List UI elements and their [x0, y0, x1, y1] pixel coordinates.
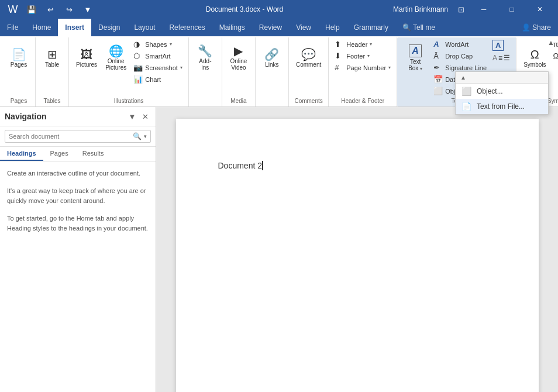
tab-references[interactable]: References: [162, 19, 212, 36]
dropdown-item-object[interactable]: ⬜ Object...: [456, 84, 548, 99]
search-input[interactable]: [9, 133, 130, 140]
links-icon: 🔗: [264, 49, 279, 60]
nav-body: Create an interactive outline of your do…: [0, 161, 156, 392]
links-button[interactable]: 🔗 Links: [259, 39, 285, 77]
shapes-icon: ◑: [133, 40, 143, 49]
online-pictures-icon: 🌐: [109, 45, 123, 57]
nav-title: Navigation: [5, 112, 47, 121]
tab-mailings[interactable]: Mailings: [212, 19, 252, 36]
ribbon-group-addins: 🔧 Add-ins: [189, 37, 222, 106]
nav-tab-pages[interactable]: Pages: [43, 147, 75, 161]
header-footer-col: ⬆ Header ▾ ⬇ Footer ▾ # Page Number ▾: [332, 39, 393, 73]
main-area: Navigation ▼ ✕ 🔍 ▾ Headings Pages Result…: [0, 107, 558, 392]
tab-file[interactable]: File: [0, 19, 25, 36]
addins-button[interactable]: 🔧 Add-ins: [192, 39, 218, 77]
footer-button[interactable]: ⬇ Footer ▾: [332, 50, 393, 61]
chart-icon: 📊: [133, 75, 143, 84]
tab-review[interactable]: Review: [252, 19, 289, 36]
smartart-icon: ⬡: [133, 51, 143, 60]
dropcap-button[interactable]: Ā Drop Cap: [431, 50, 489, 61]
dropdown-object-label: Object...: [477, 87, 503, 95]
chart-button[interactable]: 📊 Chart: [131, 74, 185, 85]
close-button[interactable]: ✕: [526, 0, 553, 19]
header-icon: ⬆: [335, 40, 344, 49]
tab-share[interactable]: 👤 Share: [515, 19, 558, 36]
pictures-icon: 🖼: [81, 49, 92, 60]
symbol-icon: Ω: [553, 51, 558, 60]
ribbon-group-links: 🔗 Links: [256, 37, 289, 106]
text-extra: A A ≡ ☰: [490, 39, 512, 63]
screenshot-button[interactable]: 📷 Screenshot ▾: [131, 62, 185, 73]
font-color-row: A ≡ ☰: [490, 53, 512, 63]
nav-tab-headings[interactable]: Headings: [0, 147, 43, 161]
search-box: 🔍 ▾: [5, 130, 151, 143]
text-box-button[interactable]: A TextBox ▾: [401, 39, 430, 77]
tab-grammarly[interactable]: Grammarly: [347, 19, 395, 36]
tab-help[interactable]: Help: [318, 19, 347, 36]
footer-icon: ⬇: [335, 51, 344, 60]
word-icon: W: [5, 1, 21, 18]
datetime-icon: 📅: [433, 75, 443, 84]
page-number-button[interactable]: # Page Number ▾: [332, 62, 393, 73]
nav-tabs: Headings Pages Results: [0, 147, 156, 161]
title-bar-right: Martin Brinkmann ⊡ ─ □ ✕: [393, 0, 553, 19]
omega-icon: Ω: [531, 49, 539, 60]
comment-icon: 💬: [301, 49, 316, 60]
nav-hint-1: Create an interactive outline of your do…: [7, 169, 149, 179]
smartart-button[interactable]: ⬡ SmartArt: [131, 50, 185, 61]
save-button[interactable]: 💾: [23, 1, 40, 18]
quick-access: W 💾 ↩ ↪ ▼: [5, 1, 96, 18]
title-bar-title: Document 3.docx - Word: [96, 5, 393, 13]
online-video-button[interactable]: ▶ OnlineVideo: [226, 39, 252, 77]
pages-button[interactable]: 📄 Pages: [6, 39, 32, 77]
ribbon-group-header-footer: ⬆ Header ▾ ⬇ Footer ▾ # Page Number ▾ He…: [329, 37, 397, 106]
dropcap-icon: Ā: [433, 51, 443, 60]
document-content: Document 2: [218, 161, 497, 170]
nav-options-button[interactable]: ▼: [126, 111, 138, 122]
illustrations-col: ◑ Shapes ▾ ⬡ SmartArt 📷 Screenshot ▾ 📊 C…: [131, 39, 185, 85]
dropdown-item-text-from-file[interactable]: 📄 Text from File...: [456, 99, 548, 114]
symbol-button[interactable]: Ω Symbol ▾: [550, 50, 558, 61]
addins-icon: 🔧: [198, 45, 212, 57]
ribbon-group-illustrations: 🖼 Pictures 🌐 OnlinePictures ◑ Shapes ▾ ⬡…: [69, 37, 189, 106]
minimize-button[interactable]: ─: [470, 0, 497, 19]
pictures-button[interactable]: 🖼 Pictures: [73, 39, 101, 77]
title-bar: W 💾 ↩ ↪ ▼ Document 3.docx - Word Martin …: [0, 0, 558, 19]
tab-design[interactable]: Design: [91, 19, 127, 36]
page-number-icon: #: [335, 63, 344, 72]
user-area: Martin Brinkmann ⊡: [393, 1, 469, 18]
ribbon-group-comments: 💬 Comment Comments: [289, 37, 329, 106]
ribbon-group-tables: ⊞ Table Tables: [36, 37, 69, 106]
restore-window-button[interactable]: ⊡: [453, 1, 469, 18]
redo-button[interactable]: ↪: [61, 1, 77, 18]
text-from-file-icon: 📄: [461, 102, 472, 111]
header-button[interactable]: ⬆ Header ▾: [332, 39, 393, 50]
tab-tell-me[interactable]: 🔍 Tell me: [395, 19, 442, 36]
undo-button[interactable]: ↩: [42, 1, 58, 18]
nav-tab-results[interactable]: Results: [75, 147, 111, 161]
table-button[interactable]: ⊞ Table: [39, 39, 65, 77]
ribbon-collapse-button[interactable]: ▲: [547, 39, 554, 47]
ribbon-group-pages: 📄 Pages Pages: [2, 37, 36, 106]
online-pictures-button[interactable]: 🌐 OnlinePictures: [102, 39, 130, 77]
tab-layout[interactable]: Layout: [127, 19, 162, 36]
search-area: 🔍 ▾: [0, 126, 156, 147]
text-box-icon: A: [409, 44, 422, 57]
search-dropdown-button[interactable]: ▾: [144, 133, 147, 139]
tab-insert[interactable]: Insert: [58, 19, 91, 36]
nav-header-buttons: ▼ ✕: [126, 111, 151, 122]
nav-close-button[interactable]: ✕: [139, 111, 151, 122]
document-area[interactable]: Document 2: [156, 107, 558, 392]
wordart-button[interactable]: A WordArt: [431, 39, 489, 50]
nav-header: Navigation ▼ ✕: [0, 107, 156, 126]
comment-button[interactable]: 💬 Comment: [292, 39, 325, 77]
document-page: Document 2: [176, 119, 539, 392]
maximize-button[interactable]: □: [498, 0, 525, 19]
nav-hint-2: It's a great way to keep track of where …: [7, 186, 149, 207]
tab-view[interactable]: View: [289, 19, 318, 36]
shapes-button[interactable]: ◑ Shapes ▾: [131, 39, 185, 50]
dropdown-scroll-up[interactable]: ▲: [460, 74, 466, 81]
tab-home[interactable]: Home: [25, 19, 58, 36]
search-button[interactable]: 🔍: [133, 132, 142, 140]
customize-qa-button[interactable]: ▼: [80, 1, 96, 18]
